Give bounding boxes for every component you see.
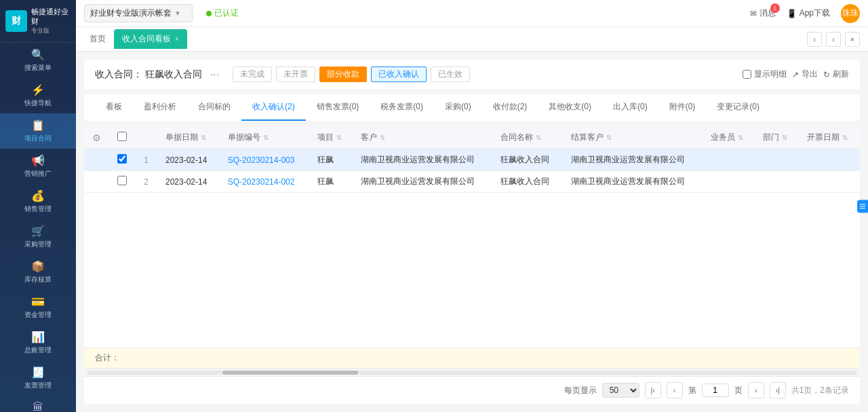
download-icon: 📱 — [787, 9, 797, 18]
contract-more-button[interactable]: ··· — [210, 69, 219, 81]
sort-icon-settlement_customer[interactable]: ⇅ — [606, 134, 612, 141]
sidebar-item-2[interactable]: 📋项目合同 — [0, 113, 76, 149]
show-detail-button[interactable]: 显示明细 — [743, 69, 787, 80]
active-tab[interactable]: 收入合同看板 × — [114, 29, 187, 49]
sidebar-item-10[interactable]: 🏛税务管理 — [0, 396, 76, 412]
nav-label-0: 搜索菜单 — [24, 63, 52, 73]
subtab-6[interactable]: 采购(0) — [434, 94, 482, 121]
status-tag-1[interactable]: 未开票 — [276, 67, 315, 82]
status-tag-4[interactable]: 已生效 — [431, 67, 470, 82]
nav-icon-10: 🏛 — [33, 401, 43, 412]
subtab-4[interactable]: 销售发票(0) — [306, 94, 370, 121]
row-date-1: 2023-02-14 — [157, 171, 220, 193]
sort-icon-project[interactable]: ⇅ — [336, 134, 342, 141]
select-all-checkbox[interactable] — [117, 132, 127, 141]
nav-prev-button[interactable]: ‹ — [807, 32, 822, 47]
row-checkbox-1[interactable] — [117, 176, 127, 185]
row-num-0: 1 — [135, 149, 157, 171]
home-tab[interactable]: 首页 — [84, 31, 111, 48]
row-salesman-1 — [703, 171, 755, 193]
refresh-button[interactable]: ↻ 刷新 — [823, 69, 849, 80]
subtab-7[interactable]: 收付款(2) — [482, 94, 538, 121]
last-page-button[interactable]: ›| — [770, 382, 786, 398]
col-header-bill_no: 单据编号⇅ — [220, 126, 309, 149]
nav-icon-4: 💰 — [31, 189, 45, 202]
handle-line-2 — [860, 206, 865, 206]
refresh-label: 刷新 — [833, 69, 849, 80]
subtab-5[interactable]: 税务发票(0) — [370, 94, 434, 121]
sidebar-item-7[interactable]: 💳资金管理 — [0, 290, 76, 325]
logo-icon: 财 — [5, 10, 27, 32]
show-detail-checkbox[interactable] — [743, 70, 751, 79]
sidebar-item-8[interactable]: 📊总账管理 — [0, 325, 76, 360]
col-label-settlement_customer: 结算客户 — [571, 132, 604, 142]
status-tag-0[interactable]: 未完成 — [233, 67, 272, 82]
col-header-salesman: 业务员⇅ — [703, 126, 755, 149]
subtab-0[interactable]: 看板 — [95, 94, 133, 121]
main-area: 好业财专业版演示帐套 ▼ 已认证 ✉ 消息 1 📱 App下载 珠珠 首页 收入 — [76, 0, 868, 412]
user-avatar[interactable]: 珠珠 — [841, 4, 860, 23]
settings-icon[interactable]: ⚙ — [92, 132, 101, 143]
subtab-9[interactable]: 出入库(0) — [602, 94, 658, 121]
sidebar-item-6[interactable]: 📦库存核算 — [0, 255, 76, 290]
nav-icon-8: 📊 — [31, 331, 45, 343]
row-checkbox-col-0 — [109, 149, 135, 171]
col-header-date: 单据日期⇅ — [157, 126, 220, 149]
bill-no-link-0[interactable]: SQ-20230214-003 — [228, 155, 295, 165]
nav-label-4: 销售管理 — [24, 204, 52, 214]
topbar: 好业财专业版演示帐套 ▼ 已认证 ✉ 消息 1 📱 App下载 珠珠 — [76, 0, 868, 27]
sidebar-item-4[interactable]: 💰销售管理 — [0, 184, 76, 219]
sort-icon-bill_no[interactable]: ⇅ — [263, 134, 269, 141]
per-page-select[interactable]: 50 100 200 — [602, 383, 639, 398]
sort-icon-department[interactable]: ⇅ — [782, 134, 787, 141]
sort-icon-customer[interactable]: ⇅ — [380, 134, 385, 141]
tab-close-icon[interactable]: × — [175, 35, 179, 43]
status-tag-2[interactable]: 部分收款 — [319, 67, 367, 82]
bill-no-link-1[interactable]: SQ-20230214-002 — [228, 177, 295, 187]
subtab-1[interactable]: 盈利分析 — [133, 94, 187, 121]
selector-arrow-icon: ▼ — [174, 10, 181, 17]
sort-icon-invoice_date[interactable]: ⇅ — [842, 134, 848, 141]
row-project-0: 狂飙 — [309, 149, 353, 171]
export-label: 导出 — [802, 69, 818, 80]
subtab-11[interactable]: 变更记录(0) — [706, 94, 770, 121]
col-label-salesman: 业务员 — [711, 132, 735, 142]
app-download-button[interactable]: 📱 App下载 — [787, 7, 830, 19]
page-number-input[interactable] — [702, 383, 729, 397]
sidebar-item-1[interactable]: ⚡快捷导航 — [0, 78, 76, 113]
status-tag-3[interactable]: 已收入确认 — [371, 67, 427, 82]
horizontal-scrollbar[interactable] — [84, 368, 860, 376]
subtab-10[interactable]: 附件(0) — [658, 94, 707, 121]
row-customer-1: 湖南卫视商业运营发展有限公司 — [353, 171, 492, 193]
message-button[interactable]: ✉ 消息 1 — [750, 7, 776, 19]
subtab-3[interactable]: 收入确认(2) — [241, 94, 306, 121]
row-bill-no-0: SQ-20230214-003 — [220, 149, 309, 171]
handle-line-3 — [860, 208, 865, 208]
company-selector[interactable]: 好业财专业版演示帐套 ▼ — [84, 4, 193, 22]
sidebar-item-3[interactable]: 📢营销推广 — [0, 149, 76, 184]
sidebar-item-9[interactable]: 🧾发票管理 — [0, 360, 76, 396]
subtab-2[interactable]: 合同标的 — [187, 94, 241, 121]
sidebar: 财 畅捷通好业财 专业版 🔍搜索菜单⚡快捷导航📋项目合同📢营销推广💰销售管理🛒采… — [0, 0, 76, 412]
subtab-8[interactable]: 其他收支(0) — [538, 94, 602, 121]
col-label-department: 部门 — [763, 132, 779, 142]
sidebar-item-0[interactable]: 🔍搜索菜单 — [0, 43, 76, 78]
right-handle[interactable] — [857, 200, 868, 212]
nav-close-button[interactable]: × — [845, 32, 860, 47]
handle-line-1 — [860, 204, 865, 204]
next-page-button[interactable]: › — [748, 382, 764, 398]
logo-text: 畅捷通好业财 — [31, 7, 71, 26]
message-badge: 1 — [770, 3, 780, 13]
export-button[interactable]: ↗ 导出 — [792, 69, 818, 80]
row-date-0: 2023-02-14 — [157, 149, 220, 171]
scrollbar-thumb[interactable] — [222, 371, 358, 375]
first-page-button[interactable]: |‹ — [645, 382, 661, 398]
sort-icon-contract_name[interactable]: ⇅ — [536, 134, 541, 141]
prev-page-button[interactable]: ‹ — [667, 382, 683, 398]
row-checkbox-0[interactable] — [117, 154, 127, 164]
sidebar-item-5[interactable]: 🛒采购管理 — [0, 219, 76, 255]
sort-icon-salesman[interactable]: ⇅ — [738, 134, 743, 141]
nav-next-button[interactable]: › — [826, 32, 841, 47]
refresh-icon: ↻ — [823, 70, 830, 79]
sort-icon-date[interactable]: ⇅ — [201, 134, 206, 141]
